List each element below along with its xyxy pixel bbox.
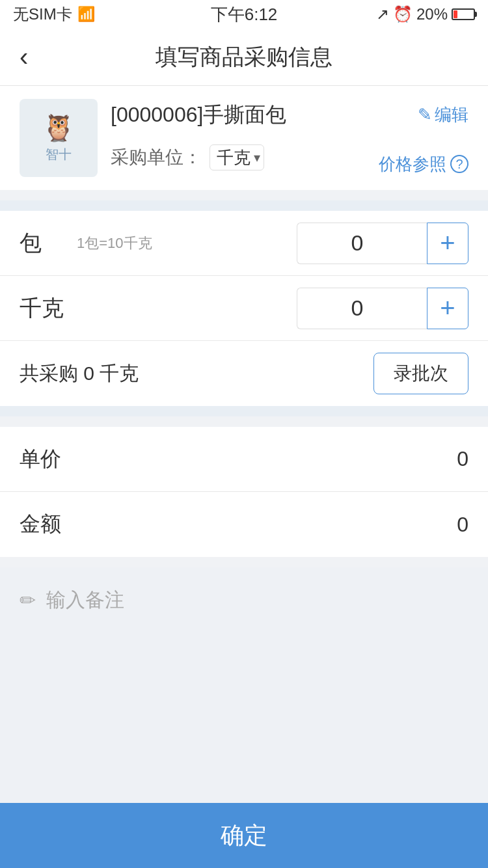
back-button[interactable]: ‹ (20, 42, 28, 72)
kg-row: 千克 + (0, 276, 488, 341)
carrier-label: 无SIM卡 (13, 4, 72, 25)
total-row: 共采购 0 千克 录批次 (0, 341, 488, 406)
unit-price-label: 单价 (20, 445, 61, 474)
pencil-icon: ✏ (20, 589, 36, 612)
battery-percent: 20% (416, 5, 448, 23)
batch-button[interactable]: 录批次 (373, 353, 468, 394)
section-divider-1 (0, 200, 488, 211)
amount-row: 金额 0 (0, 492, 488, 557)
location-icon: ↗ (376, 5, 389, 23)
product-card: 🦉 智十 [0000006]手撕面包 ✎ 编辑 采购单位： 千克 包 (0, 86, 488, 190)
total-text: 共采购 0 千克 (20, 360, 139, 387)
price-ref-label: 价格参照 (379, 153, 446, 176)
unit-price-value: 0 (457, 447, 468, 471)
total-prefix: 共采购 (20, 362, 78, 384)
unit-label: 采购单位： (111, 145, 202, 170)
unit-price-row: 单价 0 (0, 427, 488, 492)
wifi-icon: 📶 (77, 6, 95, 23)
product-name: [0000006]手撕面包 (111, 101, 286, 129)
unit-select-wrapper[interactable]: 千克 包 (210, 144, 264, 170)
bao-input-wrapper: + (297, 223, 468, 264)
product-image-label: 智十 (46, 146, 72, 163)
bao-plus-button[interactable]: + (427, 223, 468, 264)
kg-input-wrapper: + (297, 288, 468, 329)
kg-input[interactable] (297, 288, 427, 329)
alarm-icon: ⏰ (393, 5, 413, 23)
remark-section[interactable]: ✏ 输入备注 (0, 567, 488, 633)
price-info-section: 单价 0 金额 0 (0, 427, 488, 557)
status-bar-time: 下午6:12 (211, 3, 278, 26)
status-bar-left: 无SIM卡 📶 (13, 4, 95, 25)
unit-select[interactable]: 千克 包 (210, 144, 264, 170)
total-unit: 千克 (100, 362, 139, 384)
amount-label: 金额 (20, 510, 61, 539)
product-image: 🦉 智十 (20, 99, 98, 177)
product-meta: 采购单位： 千克 包 (111, 144, 264, 170)
price-ref-icon: ? (450, 155, 468, 173)
bao-sublabel: 1包=10千克 (77, 234, 152, 253)
empty-space (0, 633, 488, 828)
section-divider-2 (0, 406, 488, 416)
kg-plus-button[interactable]: + (427, 288, 468, 329)
edit-button[interactable]: ✎ 编辑 (418, 103, 468, 126)
amount-value: 0 (457, 513, 468, 537)
nav-bar: ‹ 填写商品采购信息 (0, 29, 488, 86)
edit-icon: ✎ (418, 105, 432, 125)
bao-input[interactable] (297, 223, 427, 264)
price-ref-button[interactable]: 价格参照 ? (379, 153, 468, 176)
product-info: [0000006]手撕面包 ✎ 编辑 采购单位： 千克 包 (111, 101, 468, 176)
remark-placeholder: 输入备注 (46, 587, 124, 614)
quantity-section: 包 1包=10千克 + 千克 + (0, 211, 488, 341)
status-bar: 无SIM卡 📶 下午6:12 ↗ ⏰ 20% (0, 0, 488, 29)
bao-label: 包 (20, 228, 72, 258)
kg-label: 千克 (20, 293, 72, 323)
content: 🦉 智十 [0000006]手撕面包 ✎ 编辑 采购单位： 千克 包 (0, 86, 488, 828)
page-title: 填写商品采购信息 (156, 42, 332, 72)
bao-row: 包 1包=10千克 + (0, 211, 488, 276)
edit-label: 编辑 (435, 103, 468, 126)
battery-indicator (452, 8, 475, 20)
confirm-button[interactable]: 确定 (0, 803, 488, 868)
product-image-owl: 🦉 (42, 113, 75, 143)
status-bar-right: ↗ ⏰ 20% (376, 5, 475, 23)
total-amount: 0 (83, 362, 94, 384)
